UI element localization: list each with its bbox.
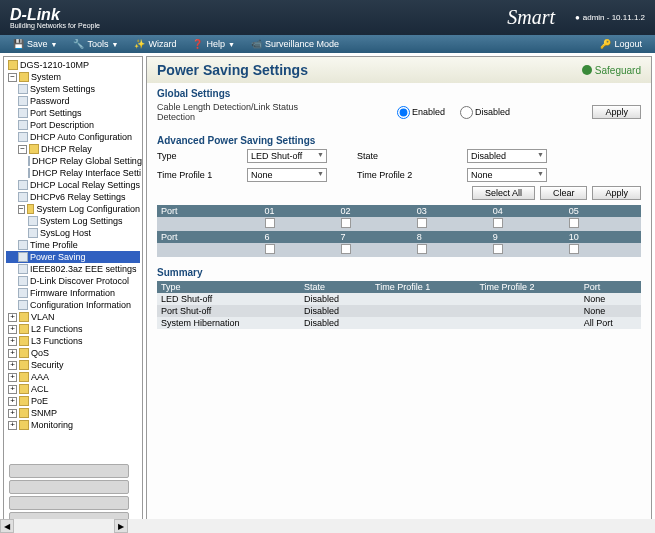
page-title: Power Saving Settings [157, 62, 308, 78]
collapse-icon[interactable]: − [18, 145, 27, 154]
disabled-radio[interactable]: Disabled [460, 106, 510, 119]
time-profile-2-label: Time Profile 2 [357, 170, 457, 180]
scroll-left-icon[interactable]: ◀ [0, 519, 14, 533]
cable-detection-label: Cable Length Detection/Link Status Detec… [157, 102, 337, 122]
port-checkbox-9[interactable] [493, 244, 503, 254]
tree-syslog-config[interactable]: −System Log Configuration [6, 203, 140, 215]
summary-header-type: Type [157, 281, 300, 293]
tree-snmp[interactable]: +SNMP [6, 407, 140, 419]
expand-icon[interactable]: + [8, 337, 17, 346]
tree-dhcp-local-relay[interactable]: DHCP Local Relay Settings [6, 179, 140, 191]
summary-row: Port Shut-offDisabledNone [157, 305, 641, 317]
tree-power-saving[interactable]: Power Saving [6, 251, 140, 263]
help-menu[interactable]: ❓Help▼ [184, 39, 242, 49]
collapse-icon[interactable]: − [8, 73, 17, 82]
expand-icon[interactable]: + [8, 385, 17, 394]
tree-config-info[interactable]: Configuration Information [6, 299, 140, 311]
port-checkbox-8[interactable] [417, 244, 427, 254]
port-checkbox-6[interactable] [265, 244, 275, 254]
page-icon [18, 96, 28, 106]
expand-icon[interactable]: + [8, 325, 17, 334]
folder-icon [19, 324, 29, 334]
state-select[interactable]: Disabled [467, 149, 547, 163]
tree-monitoring[interactable]: +Monitoring [6, 419, 140, 431]
content-panel: Power Saving Settings Safeguard Global S… [146, 56, 652, 530]
tree-dhcp-relay[interactable]: −DHCP Relay [6, 143, 140, 155]
port-checkbox-02[interactable] [341, 218, 351, 228]
tree-syslog-settings[interactable]: System Log Settings [6, 215, 140, 227]
apply-advanced-button[interactable]: Apply [592, 186, 641, 200]
tree-system[interactable]: −System [6, 71, 140, 83]
summary-title: Summary [157, 267, 641, 278]
folder-icon [27, 204, 35, 214]
summary-row: System HibernationDisabledAll Port [157, 317, 641, 329]
page-icon [18, 252, 28, 262]
tree-ieee802[interactable]: IEEE802.3az EEE settings [6, 263, 140, 275]
tree-vlan[interactable]: +VLAN [6, 311, 140, 323]
tree-aaa[interactable]: +AAA [6, 371, 140, 383]
tree-port-settings[interactable]: Port Settings [6, 107, 140, 119]
folder-icon [19, 348, 29, 358]
port-checkbox-7[interactable] [341, 244, 351, 254]
admin-label: admin - 10.11.1.2 [583, 13, 645, 22]
horizontal-scrollbar[interactable]: ◀ ▶ [0, 519, 655, 533]
scroll-right-icon[interactable]: ▶ [114, 519, 128, 533]
page-icon [18, 180, 28, 190]
page-icon [18, 240, 28, 250]
tree-dhcpv6-relay[interactable]: DHCPv6 Relay Settings [6, 191, 140, 203]
tree-time-profile[interactable]: Time Profile [6, 239, 140, 251]
time-profile-2-select[interactable]: None [467, 168, 547, 182]
type-select[interactable]: LED Shut-off [247, 149, 327, 163]
apply-global-button[interactable]: Apply [592, 105, 641, 119]
port-checkbox-03[interactable] [417, 218, 427, 228]
app-header: D-Link Building Networks for People Smar… [0, 0, 655, 35]
port-row [157, 217, 641, 231]
port-checkbox-04[interactable] [493, 218, 503, 228]
logout-button[interactable]: 🔑Logout [592, 39, 650, 49]
summary-header-state: State [300, 281, 371, 293]
collapse-icon[interactable]: − [18, 205, 25, 214]
tree-acl[interactable]: +ACL [6, 383, 140, 395]
expand-icon[interactable]: + [8, 349, 17, 358]
tree-l2[interactable]: +L2 Functions [6, 323, 140, 335]
expand-icon[interactable]: + [8, 409, 17, 418]
page-icon [18, 276, 28, 286]
save-menu[interactable]: 💾Save▼ [5, 39, 65, 49]
expand-icon[interactable]: + [8, 313, 17, 322]
tree-syslog-host[interactable]: SysLog Host [6, 227, 140, 239]
port-checkbox-10[interactable] [569, 244, 579, 254]
tree-dhcp-auto[interactable]: DHCP Auto Configuration [6, 131, 140, 143]
expand-icon[interactable]: + [8, 361, 17, 370]
time-profile-1-select[interactable]: None [247, 168, 327, 182]
tree-l3[interactable]: +L3 Functions [6, 335, 140, 347]
folder-icon [29, 144, 39, 154]
clear-button[interactable]: Clear [540, 186, 588, 200]
enabled-radio[interactable]: Enabled [397, 106, 445, 119]
tree-dhcp-relay-iface[interactable]: DHCP Relay Interface Setti [6, 167, 140, 179]
folder-icon [19, 72, 29, 82]
surveillance-button[interactable]: 📹Surveillance Mode [243, 39, 347, 49]
wizard-button[interactable]: ✨Wizard [126, 39, 184, 49]
expand-icon[interactable]: + [8, 397, 17, 406]
tree-system-settings[interactable]: System Settings [6, 83, 140, 95]
port-checkbox-05[interactable] [569, 218, 579, 228]
select-all-button[interactable]: Select All [472, 186, 535, 200]
port-checkbox-01[interactable] [265, 218, 275, 228]
tree-qos[interactable]: +QoS [6, 347, 140, 359]
tree-dhcp-relay-global[interactable]: DHCP Relay Global Setting [6, 155, 140, 167]
logo-text: D-Link [10, 6, 60, 23]
tree-security[interactable]: +Security [6, 359, 140, 371]
tree-root[interactable]: DGS-1210-10MP [6, 59, 140, 71]
expand-icon[interactable]: + [8, 421, 17, 430]
tree-poe[interactable]: +PoE [6, 395, 140, 407]
page-icon [18, 300, 28, 310]
tree-firmware[interactable]: Firmware Information [6, 287, 140, 299]
tree-dlink-discover[interactable]: D-Link Discover Protocol [6, 275, 140, 287]
tree-password[interactable]: Password [6, 95, 140, 107]
summary-table: Type State Time Profile 1 Time Profile 2… [157, 281, 641, 329]
port-header: Port [157, 231, 261, 243]
tree-port-description[interactable]: Port Description [6, 119, 140, 131]
page-icon [28, 168, 30, 178]
tools-menu[interactable]: 🔧Tools▼ [65, 39, 126, 49]
expand-icon[interactable]: + [8, 373, 17, 382]
